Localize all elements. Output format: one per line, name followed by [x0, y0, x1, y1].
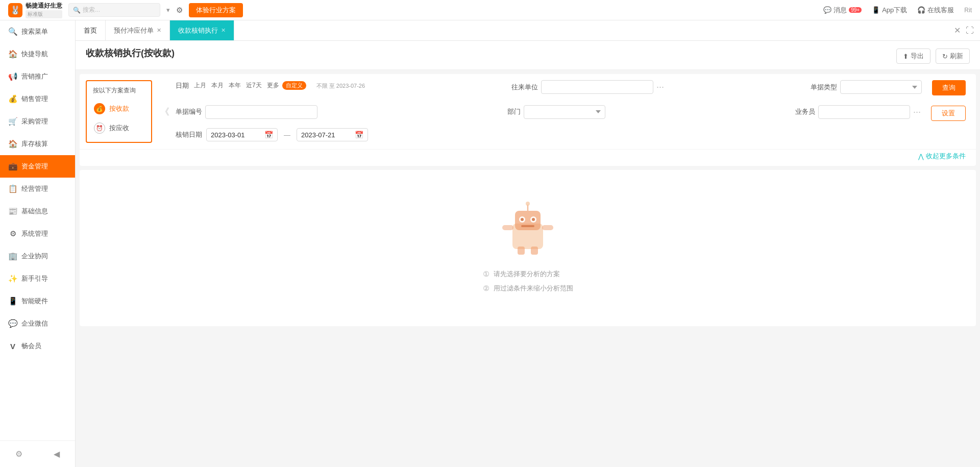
svg-rect-6 — [521, 225, 534, 227]
sidebar-item-sales[interactable]: 💰 销售管理 — [0, 88, 75, 110]
svg-rect-1 — [515, 211, 541, 230]
export-button[interactable]: ⬆ 导出 — [896, 48, 930, 64]
empty-svg — [500, 201, 556, 257]
sidebar-bottom: ⚙ ◀ — [0, 440, 75, 467]
sidebar-item-label: 搜索菜单 — [21, 27, 48, 36]
filter-option-by-receivable[interactable]: ⏰ 按应收 — [87, 118, 151, 138]
query-button[interactable]: 查询 — [932, 80, 966, 95]
topbar-chevron-icon[interactable]: ▾ — [166, 6, 170, 14]
counterpart-input[interactable] — [541, 80, 653, 94]
refresh-button[interactable]: ↻ 刷新 — [936, 48, 970, 64]
sidebar-item-wechat[interactable]: 💬 企业微信 — [0, 312, 75, 335]
page-title: 收款核销执行(按收款) — [86, 47, 175, 65]
topbar-gear-icon[interactable]: ⚙ — [176, 6, 183, 15]
sidebar-item-guide[interactable]: ✨ 新手引导 — [0, 267, 75, 290]
sidebar-item-label: 企业微信 — [21, 319, 48, 328]
filter-doc-type-field: 单据类型 — [811, 80, 922, 94]
sidebar-item-inventory[interactable]: 🏠 库存核算 — [0, 133, 75, 155]
filter-outer: 按以下方案查询 💰 按收款 ⏰ 按应收 《 — [80, 74, 976, 149]
sidebar-item-label: 营销推广 — [21, 72, 48, 81]
cancel-date-end-wrapper[interactable]: 2023-07-21 📅 — [297, 128, 368, 141]
cancel-date-start-wrapper[interactable]: 2023-03-01 📅 — [206, 128, 278, 141]
collapse-more-button[interactable]: ⋀ 收起更多条件 — [918, 152, 966, 161]
filter-form: 日期 上月 本月 本年 近7天 更多 自定义 不限 至 2 — [172, 74, 976, 149]
sidebar-settings-icon[interactable]: ⚙ — [12, 446, 26, 462]
sidebar: 🔍 搜索菜单 🏠 快捷导航 📢 营销推广 💰 销售管理 🛒 采购管理 🏠 库存核… — [0, 20, 76, 467]
date-quick-last-month[interactable]: 上月 — [192, 80, 208, 91]
sidebar-item-purchase[interactable]: 🛒 采购管理 — [0, 110, 75, 133]
date-custom-badge[interactable]: 自定义 — [282, 81, 306, 90]
service-button[interactable]: 🎧 在线客服 — [917, 6, 954, 15]
cancel-date-end-input[interactable]: 2023-07-21 — [301, 131, 353, 139]
tab-prepay-close-icon[interactable]: ✕ — [157, 27, 161, 34]
main-layout: 🔍 搜索菜单 🏠 快捷导航 📢 营销推广 💰 销售管理 🛒 采购管理 🏠 库存核… — [0, 20, 980, 467]
export-icon: ⬆ — [903, 53, 909, 60]
sidebar-item-hardware[interactable]: 📱 智能硬件 — [0, 290, 75, 312]
service-label: 在线客服 — [927, 6, 954, 15]
cal-start-icon[interactable]: 📅 — [264, 131, 273, 139]
salesperson-more-icon[interactable]: ··· — [913, 107, 921, 117]
doc-type-select[interactable] — [840, 80, 922, 94]
content-area: 首页 预付冲应付单 ✕ 收款核销执行 ✕ ✕ ⛶ 收款核销执行(按收款) — [76, 20, 980, 467]
counterpart-label: 往来单位 — [511, 83, 538, 92]
by-receivable-icon: ⏰ — [94, 122, 105, 134]
message-button[interactable]: 💬 消息 99+ — [823, 6, 862, 15]
service-icon: 🎧 — [917, 6, 925, 14]
sidebar-item-search-menu[interactable]: 🔍 搜索菜单 — [0, 20, 75, 43]
svg-rect-8 — [531, 247, 538, 255]
sidebar-item-system[interactable]: ⚙ 系统管理 — [0, 223, 75, 245]
tab-receipt-label: 收款核销执行 — [178, 26, 218, 35]
counterpart-more-icon[interactable]: ··· — [656, 82, 664, 92]
refresh-icon: ↻ — [942, 53, 948, 60]
sidebar-item-basic-info[interactable]: 📰 基础信息 — [0, 200, 75, 223]
date-quick-this-year[interactable]: 本年 — [227, 80, 243, 91]
empty-tip-2: ② 用过滤条件来缩小分析范围 — [483, 281, 573, 296]
search-menu-icon: 🔍 — [8, 27, 17, 36]
sidebar-item-label: 资金管理 — [21, 162, 48, 171]
system-icon: ⚙ — [8, 229, 17, 238]
date-quick-more[interactable]: 更多 — [265, 80, 281, 91]
sidebar-item-finance[interactable]: 💼 资金管理 — [0, 155, 75, 178]
topbar: 🐰 畅捷通好生意 标准版 🔍 搜索... ▾ ⚙ 体验行业方案 💬 消息 99+… — [0, 0, 980, 20]
collapse-arrow-icon[interactable]: 《 — [160, 106, 169, 118]
sidebar-item-operations[interactable]: 📋 经营管理 — [0, 178, 75, 200]
empty-tip-1: ① 请先选择要分析的方案 — [483, 267, 573, 281]
salesperson-input[interactable] — [818, 105, 910, 119]
user-avatar[interactable]: Rit — [964, 7, 972, 14]
tip-num-2: ② — [483, 281, 489, 296]
doc-no-input[interactable] — [205, 105, 317, 119]
tab-prepay[interactable]: 预付冲应付单 ✕ — [106, 20, 170, 40]
filter-doc-no-field: 单据编号 — [176, 105, 317, 119]
svg-rect-7 — [518, 247, 525, 255]
app-download-button[interactable]: 📱 App下载 — [872, 6, 907, 15]
sidebar-item-quick-nav[interactable]: 🏠 快捷导航 — [0, 43, 75, 65]
dept-select[interactable] — [524, 105, 605, 119]
cancel-date-start-input[interactable]: 2023-03-01 — [211, 131, 262, 139]
settings-button[interactable]: 设置 — [931, 106, 966, 121]
sidebar-item-marketing[interactable]: 📢 营销推广 — [0, 65, 75, 88]
tab-receipt-close-icon[interactable]: ✕ — [221, 27, 226, 34]
solution-button[interactable]: 体验行业方案 — [189, 3, 243, 17]
filter-collapse-btn[interactable]: 《 — [158, 74, 172, 149]
sidebar-collapse-icon[interactable]: ◀ — [51, 446, 63, 462]
svg-rect-10 — [542, 225, 553, 230]
date-quick-7days[interactable]: 近7天 — [244, 80, 264, 91]
sidebar-item-vip[interactable]: V 畅会员 — [0, 335, 75, 357]
wechat-icon: 💬 — [8, 319, 17, 328]
doc-type-label: 单据类型 — [811, 83, 837, 92]
collapse-more-icon: ⋀ — [918, 153, 924, 160]
doc-no-label: 单据编号 — [176, 107, 202, 116]
tab-expand-icon[interactable]: ⛶ — [964, 24, 976, 37]
tab-receipt-cancel[interactable]: 收款核销执行 ✕ — [170, 20, 234, 40]
marketing-icon: 📢 — [8, 72, 17, 81]
tab-home[interactable]: 首页 — [76, 20, 106, 40]
dept-label: 部门 — [507, 107, 521, 116]
filter-option-by-receipt[interactable]: 💰 按收款 — [87, 99, 151, 118]
date-quick-this-month[interactable]: 本月 — [209, 80, 226, 91]
cal-end-icon[interactable]: 📅 — [355, 131, 363, 139]
topbar-search-box[interactable]: 🔍 搜索... — [68, 3, 160, 17]
sidebar-item-enterprise[interactable]: 🏢 企业协同 — [0, 245, 75, 267]
quick-nav-icon: 🏠 — [8, 50, 17, 59]
tab-close-all-icon[interactable]: ✕ — [952, 23, 963, 37]
topbar-right: 💬 消息 99+ 📱 App下载 🎧 在线客服 Rit — [823, 6, 972, 15]
